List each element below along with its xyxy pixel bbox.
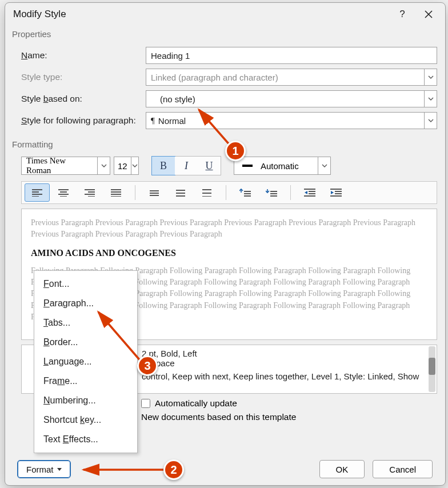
help-button[interactable]: ?: [389, 3, 415, 25]
align-left-button[interactable]: [25, 183, 50, 202]
dialog-footer: Format OK Cancel: [5, 453, 445, 485]
auto-update-checkbox[interactable]: [141, 399, 150, 408]
preview-previous-text: Previous Paragraph Previous Paragraph Pr…: [31, 217, 427, 241]
preview-sample-text: AMINO ACIDS AND ONCOGENES: [31, 246, 427, 259]
chevron-down-icon[interactable]: [424, 91, 437, 107]
line-spacing-2-button[interactable]: [194, 183, 219, 202]
menu-item-shortcut-key[interactable]: Shortcut key...: [34, 410, 137, 430]
style-type-label: Style type:: [21, 72, 146, 82]
close-icon: [425, 10, 433, 18]
format-menu: Font... Paragraph... Tabs... Border... L…: [34, 270, 138, 453]
menu-item-text-effects[interactable]: Text Effects...: [34, 430, 137, 449]
based-on-combo[interactable]: (no style): [146, 90, 437, 107]
chevron-down-icon: [424, 69, 437, 85]
new-documents-label: New documents based on this template: [141, 412, 437, 422]
chevron-down-icon[interactable]: [131, 157, 138, 174]
font-size-combo[interactable]: 12: [114, 157, 139, 175]
titlebar: Modify Style ?: [5, 3, 445, 26]
following-combo[interactable]: ¶Normal: [146, 112, 437, 129]
ok-button[interactable]: OK: [319, 460, 365, 478]
align-right-button[interactable]: [77, 183, 102, 202]
menu-item-tabs[interactable]: Tabs...: [34, 313, 137, 333]
line-spacing-1-button[interactable]: [142, 183, 167, 202]
italic-button[interactable]: I: [175, 157, 198, 175]
callout-1: 1: [225, 141, 246, 161]
line-spacing-1-5-button[interactable]: [168, 183, 193, 202]
pilcrow-icon: ¶: [151, 116, 155, 126]
chevron-down-icon[interactable]: [318, 157, 330, 174]
auto-update-label: Automatically update: [155, 398, 237, 409]
menu-item-font[interactable]: Font...: [34, 274, 137, 294]
caret-down-icon: [57, 468, 62, 471]
modify-style-dialog: Modify Style ? Properties Name: Heading …: [5, 2, 446, 486]
menu-item-paragraph[interactable]: Paragraph...: [34, 294, 137, 313]
space-before-decrease-button[interactable]: [259, 183, 284, 202]
scrollbar-thumb[interactable]: [429, 358, 435, 375]
separator: [135, 185, 135, 200]
paragraph-toolbar: [21, 181, 437, 204]
name-input[interactable]: Heading 1: [146, 47, 437, 64]
callout-2: 2: [163, 459, 184, 480]
properties-section-label: Properties: [5, 26, 445, 41]
menu-item-language[interactable]: Language...: [34, 352, 137, 371]
align-justify-button[interactable]: [103, 183, 129, 202]
decrease-indent-button[interactable]: [297, 183, 322, 202]
svg-marker-37: [305, 191, 307, 194]
menu-item-border[interactable]: Border...: [34, 333, 137, 352]
font-family-combo[interactable]: Times New Roman: [21, 157, 110, 175]
chevron-down-icon[interactable]: [424, 113, 437, 129]
style-type-combo: Linked (paragraph and character): [146, 69, 437, 86]
separator: [226, 185, 226, 200]
bold-italic-underline-group: B I U: [151, 156, 221, 175]
space-before-increase-button[interactable]: [233, 183, 258, 202]
font-color-combo[interactable]: Automatic: [234, 157, 331, 175]
properties-panel: Name: Heading 1 Style type: Linked (para…: [5, 41, 445, 136]
name-label: Name:: [21, 50, 146, 61]
bold-button[interactable]: B: [152, 157, 175, 175]
svg-marker-42: [331, 191, 334, 194]
callout-3: 3: [137, 355, 158, 376]
align-center-button[interactable]: [51, 183, 76, 202]
chevron-down-icon[interactable]: [97, 157, 110, 174]
cancel-button[interactable]: Cancel: [373, 460, 433, 478]
close-button[interactable]: [415, 3, 442, 25]
separator: [290, 185, 291, 200]
color-swatch-icon: [242, 165, 253, 167]
following-label: Style for following paragraph:: [21, 115, 146, 126]
underline-button[interactable]: U: [198, 157, 221, 175]
based-on-label: Style based on:: [21, 94, 146, 104]
svg-marker-43: [57, 468, 62, 471]
menu-item-frame[interactable]: Frame...: [34, 371, 137, 391]
menu-item-numbering[interactable]: Numbering...: [34, 391, 137, 410]
format-button[interactable]: Format: [18, 461, 70, 478]
dialog-title: Modify Style: [13, 9, 389, 20]
increase-indent-button[interactable]: [323, 183, 349, 202]
